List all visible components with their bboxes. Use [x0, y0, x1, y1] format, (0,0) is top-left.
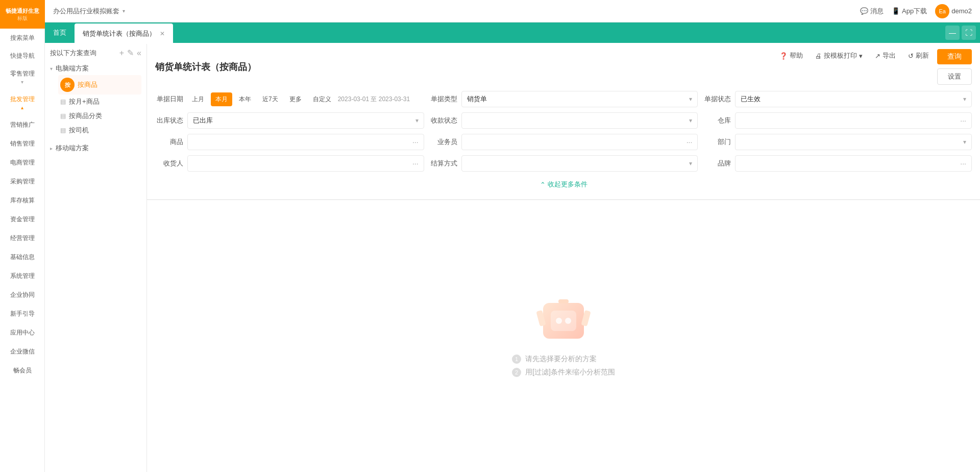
- refresh-btn[interactable]: ↺ 刷新: [904, 49, 933, 62]
- sidebar-item-wechat[interactable]: 企业微信: [0, 342, 44, 361]
- message-icon: 💬: [860, 7, 868, 15]
- warehouse-field[interactable]: ···: [735, 112, 972, 129]
- date-btn-this-month[interactable]: 本月: [211, 92, 232, 106]
- scheme-by-driver[interactable]: ▤ 按司机: [58, 123, 141, 137]
- product-filter-item: 商品 ···: [155, 134, 424, 150]
- sidebar-item-system[interactable]: 系统管理: [0, 267, 44, 286]
- sidebar-item-label: 库存核算: [10, 196, 35, 205]
- date-btn-last-month[interactable]: 上月: [187, 92, 209, 106]
- empty-step-2-label: 用[过滤]条件来缩小分析范围: [525, 368, 615, 377]
- tab-maximize-btn[interactable]: ⛶: [962, 26, 976, 40]
- edit-scheme-btn[interactable]: ✎: [127, 48, 134, 58]
- tab-sales-stat[interactable]: 销货单统计表（按商品） ✕: [75, 23, 173, 44]
- print-chevron-icon: ▾: [859, 52, 863, 60]
- help-btn[interactable]: ❓ 帮助: [775, 49, 807, 62]
- sidebar-item-label: 应用中心: [10, 328, 35, 337]
- sidebar-item-purchase[interactable]: 采购管理: [0, 172, 44, 191]
- sidebar-item-sales[interactable]: 销售管理: [0, 134, 44, 153]
- setting-button[interactable]: 设置: [937, 68, 972, 85]
- warehouse-label: 仓库: [703, 116, 731, 125]
- recipient-label: 收货人: [155, 159, 183, 168]
- filter-row-1: 单据日期 上月 本月 本年 近7天 更多 自定义 2023-03-01 至 20…: [155, 91, 972, 107]
- message-btn[interactable]: 💬 消息: [860, 7, 884, 16]
- tab-minimize-btn[interactable]: —: [945, 26, 960, 40]
- dept-label: 部门: [703, 137, 731, 147]
- sidebar-item-label: 资金管理: [10, 215, 35, 224]
- page-title: 销货单统计表（按商品）: [155, 61, 256, 73]
- quick-nav[interactable]: 快捷导航: [0, 48, 44, 64]
- product-dots-icon: ···: [412, 138, 419, 146]
- out-status-field[interactable]: 已出库 ▾: [187, 112, 424, 129]
- sidebar-item-marketing[interactable]: 营销推广: [0, 115, 44, 134]
- date-btn-more[interactable]: 更多: [285, 92, 306, 106]
- mobile-group[interactable]: ▸ 移动端方案: [50, 141, 141, 155]
- tab-sales-stat-label: 销货单统计表（按商品）: [83, 29, 156, 38]
- filter-title-row: 销货单统计表（按商品） ❓ 帮助 🖨 按模板打印 ▾: [155, 49, 972, 85]
- user-profile[interactable]: Ea demo2: [935, 4, 972, 18]
- user-name: demo2: [951, 7, 972, 15]
- scheme-icon: ▤: [60, 127, 66, 134]
- tab-close-icon[interactable]: ✕: [160, 30, 165, 37]
- sidebar-item-member[interactable]: 畅会员: [0, 361, 44, 380]
- out-status-chevron-icon: ▾: [415, 117, 419, 124]
- scheme-by-product[interactable]: 按 按商品: [58, 75, 141, 95]
- dept-filter-item: 部门 ▾: [703, 134, 972, 150]
- sidebar-item-retail[interactable]: 零售管理 ▾: [0, 64, 44, 90]
- collapse-btn[interactable]: ⌃ 收起更多条件: [540, 180, 587, 189]
- payment-field[interactable]: ▾: [461, 112, 698, 129]
- mobile-group-label: 移动端方案: [56, 144, 89, 153]
- date-btn-this-year[interactable]: 本年: [234, 92, 256, 106]
- desktop-group[interactable]: ▾ 电脑端方案: [50, 62, 141, 75]
- sidebar-item-operation[interactable]: 经营管理: [0, 229, 44, 248]
- top-right-buttons: 查询 设置: [937, 49, 972, 85]
- tab-home-label: 首页: [53, 28, 66, 37]
- print-btn[interactable]: 🖨 按模板打印 ▾: [811, 49, 867, 62]
- step-num-2: 2: [512, 368, 521, 377]
- desktop-group-label: 电脑端方案: [56, 64, 89, 73]
- salesman-dots-icon: ···: [687, 138, 693, 146]
- payment-method-field[interactable]: ▾: [461, 155, 698, 172]
- expand-icon: ▾: [21, 79, 23, 85]
- product-label: 商品: [155, 137, 183, 147]
- search-menu[interactable]: 搜索菜单: [0, 29, 44, 48]
- sidebar-item-ecommerce[interactable]: 电商管理: [0, 153, 44, 172]
- query-button[interactable]: 查询: [937, 49, 972, 64]
- doc-type-field[interactable]: 销货单 ▾: [461, 91, 698, 107]
- sidebar-item-basic[interactable]: 基础信息: [0, 248, 44, 267]
- product-field[interactable]: ···: [187, 134, 424, 150]
- recipient-field[interactable]: ···: [187, 155, 424, 172]
- empty-instructions: 1 请先选择要分析的方案 2 用[过滤]条件来缩小分析范围: [512, 355, 615, 377]
- export-icon: ↗: [875, 52, 880, 60]
- collapse-panel-btn[interactable]: «: [137, 49, 141, 58]
- filter-row-2: 出库状态 已出库 ▾ 收款状态 ▾ 仓库: [155, 112, 972, 129]
- scheme-by-driver-label: 按司机: [69, 126, 89, 135]
- sidebar-item-finance[interactable]: 资金管理: [0, 210, 44, 229]
- action-buttons: ❓ 帮助 🖨 按模板打印 ▾ ↗ 导出: [775, 49, 933, 62]
- payment-method-label: 结算方式: [429, 159, 457, 168]
- scheme-by-month-product[interactable]: ▤ 按月+商品: [58, 95, 141, 109]
- sidebar-item-wholesale[interactable]: 批发管理 ▴: [0, 90, 44, 115]
- dept-field[interactable]: ▾: [735, 134, 972, 150]
- empty-step-1-label: 请先选择要分析的方案: [525, 355, 597, 364]
- brand-field[interactable]: ···: [735, 155, 972, 172]
- add-scheme-btn[interactable]: +: [119, 49, 124, 58]
- salesman-field[interactable]: ···: [461, 134, 698, 150]
- doc-status-field[interactable]: 已生效 ▾: [735, 91, 972, 107]
- sidebar-item-label: 营销推广: [10, 121, 35, 129]
- app-download-btn[interactable]: 📱 App下载: [892, 7, 927, 16]
- date-btn-custom[interactable]: 自定义: [308, 92, 336, 106]
- date-btn-7days[interactable]: 近7天: [258, 92, 283, 106]
- sidebar-item-inventory[interactable]: 库存核算: [0, 191, 44, 210]
- sidebar-item-label: 批发管理: [10, 95, 35, 104]
- brand-dots-icon: ···: [960, 159, 966, 168]
- avatar: Ea: [935, 4, 949, 18]
- sidebar-item-appstore[interactable]: 应用中心: [0, 323, 44, 342]
- doc-type-value: 销货单: [467, 95, 690, 104]
- sidebar-item-guide[interactable]: 新手引导: [0, 304, 44, 323]
- export-btn[interactable]: ↗ 导出: [871, 49, 900, 62]
- industry-selector[interactable]: 办公用品行业模拟账套 ▾: [53, 7, 125, 16]
- scheme-by-category[interactable]: ▤ 按商品分类: [58, 109, 141, 123]
- sidebar-item-enterprise[interactable]: 企业协同: [0, 286, 44, 304]
- payment-method-filter-item: 结算方式 ▾: [429, 155, 698, 172]
- tab-home[interactable]: 首页: [45, 22, 75, 43]
